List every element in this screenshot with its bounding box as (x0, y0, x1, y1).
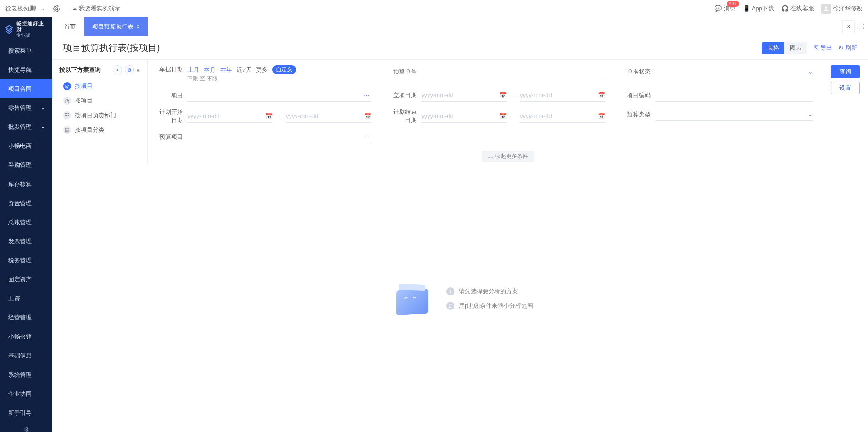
quick-last7[interactable]: 近7天 (237, 66, 252, 74)
sidebar-item-14[interactable]: 经营管理 (0, 308, 52, 327)
chevron-down-icon: ⌄ (808, 69, 813, 75)
budget-type-select[interactable]: ⌄ (655, 108, 813, 121)
sidebar-item-7[interactable]: 库存核算 (0, 175, 52, 194)
cloud-icon: ☁ (71, 5, 77, 12)
scheme-item-1[interactable]: ◔按项目 (56, 93, 143, 108)
refresh-icon: ↻ (838, 44, 843, 51)
scheme-settings-button[interactable]: ⚙ (125, 65, 134, 74)
empty-illustration (387, 276, 437, 321)
bill-status-select[interactable]: ⌄ (655, 65, 813, 78)
quick-this-year[interactable]: 本年 (220, 66, 232, 74)
tab-budget-execution[interactable]: 项目预算执行表 × (84, 17, 148, 36)
sidebar: 畅捷通好业财 专业版 搜索菜单快捷导航项目合同零售管理▾批发管理▾小畅电商采购管… (0, 17, 52, 432)
scheme-item-2[interactable]: ☷按项目负责部门 (56, 108, 143, 123)
settings-button[interactable]: 设置 (831, 82, 860, 94)
chat-icon: 💬 (715, 5, 722, 12)
date-range-display: 不限 至 不限 (187, 75, 296, 83)
collapse-filters-button[interactable]: ︽ 收起更多条件 (482, 151, 534, 162)
view-chart-button[interactable]: 图表 (784, 42, 807, 54)
sidebar-item-8[interactable]: 资金管理 (0, 194, 52, 213)
view-table-button[interactable]: 表格 (762, 42, 784, 54)
add-scheme-button[interactable]: + (113, 65, 122, 74)
sidebar-item-13[interactable]: 工资 (0, 289, 52, 308)
plan-end-from[interactable] (421, 113, 498, 119)
fullscreen-icon[interactable]: ⛶ (858, 23, 864, 30)
messages-button[interactable]: 💬 消息 99+ (715, 5, 735, 13)
setup-date-to[interactable] (520, 92, 596, 98)
calendar-icon[interactable]: 📅 (364, 113, 371, 119)
org-selector[interactable]: 徐老板勿删! ⌄ (5, 5, 45, 13)
quick-last-month[interactable]: 上月 (187, 66, 199, 74)
avatar-icon (821, 4, 831, 14)
plan-start-to[interactable] (286, 113, 362, 119)
sidebar-settings-icon[interactable]: ⚙ (0, 422, 52, 432)
budget-item-input[interactable] (187, 133, 360, 140)
calendar-icon[interactable]: 📅 (598, 92, 605, 98)
sidebar-item-15[interactable]: 小畅报销 (0, 327, 52, 346)
sidebar-item-1[interactable]: 快捷导航 (0, 60, 52, 79)
calendar-icon[interactable]: 📅 (499, 113, 507, 119)
sidebar-item-5[interactable]: 小畅电商 (0, 137, 52, 156)
user-menu[interactable]: 徐泽华修改 (821, 4, 863, 14)
bill-status-label: 单据状态 (623, 68, 655, 76)
calendar-icon[interactable]: 📅 (598, 113, 605, 119)
sidebar-item-10[interactable]: 发票管理 (0, 232, 52, 251)
scheme-icon: ▤ (63, 126, 71, 134)
sidebar-item-6[interactable]: 采购管理 (0, 156, 52, 175)
quick-custom[interactable]: 自定义 (272, 65, 296, 74)
sidebar-item-11[interactable]: 税务管理 (0, 251, 52, 270)
scheme-icon: ◎ (63, 82, 71, 90)
app-download-button[interactable]: 📱 App下载 (743, 5, 774, 13)
scheme-panel: 按以下方案查询 + ⚙ « ◎按项目◔按项目☷按项目负责部门▤按项目分类 (52, 60, 148, 165)
sidebar-item-19[interactable]: 新手引导 (0, 403, 52, 422)
demo-link[interactable]: ☁ 我要看实例演示 (71, 5, 120, 13)
support-button[interactable]: 🎧 在线客服 (781, 5, 814, 13)
brand-logo-icon (5, 25, 14, 34)
chevron-up-icon: ︽ (488, 152, 493, 160)
scheme-icon: ◔ (63, 97, 71, 105)
close-tabs-icon[interactable]: ✕ (842, 20, 855, 33)
calendar-icon[interactable]: 📅 (266, 113, 273, 119)
sidebar-item-9[interactable]: 总账管理 (0, 213, 52, 232)
calendar-icon[interactable]: 📅 (499, 92, 507, 98)
empty-step-1: 请先选择要分析的方案 (459, 287, 518, 295)
top-header: 徐老板勿删! ⌄ ☁ 我要看实例演示 💬 消息 99+ 📱 App下载 🎧 在线… (0, 0, 868, 17)
sidebar-item-18[interactable]: 企业协同 (0, 384, 52, 403)
sidebar-item-2[interactable]: 项目合同 (0, 79, 52, 98)
quick-more[interactable]: 更多 (256, 66, 268, 74)
empty-state: 1请先选择要分析的方案 2用[过滤]条件来缩小分析范围 (52, 165, 868, 432)
plan-start-label: 计划开始日期 (156, 108, 187, 124)
sidebar-item-4[interactable]: 批发管理▾ (0, 118, 52, 137)
tab-home[interactable]: 首页 (56, 17, 84, 36)
sidebar-item-16[interactable]: 基础信息 (0, 346, 52, 365)
scheme-icon: ☷ (63, 111, 71, 119)
export-button[interactable]: ⇱ 导出 (814, 44, 832, 52)
lookup-icon[interactable]: ⋯ (362, 133, 371, 140)
page-title: 项目预算执行表(按项目) (63, 42, 160, 54)
project-code-input[interactable] (655, 92, 813, 98)
sidebar-item-17[interactable]: 系统管理 (0, 365, 52, 384)
org-settings-icon[interactable] (53, 5, 60, 12)
setup-date-from[interactable] (421, 92, 498, 98)
scheme-item-3[interactable]: ▤按项目分类 (56, 123, 143, 137)
page-header: 项目预算执行表(按项目) 表格 图表 ⇱ 导出 ↻ 刷新 (52, 36, 868, 60)
export-icon: ⇱ (814, 44, 819, 51)
plan-end-to[interactable] (520, 113, 596, 119)
query-button[interactable]: 查询 (831, 65, 860, 78)
budget-no-input[interactable] (421, 68, 605, 75)
scheme-item-0[interactable]: ◎按项目 (56, 79, 143, 93)
plan-start-from[interactable] (187, 113, 264, 119)
project-code-label: 项目编码 (623, 91, 655, 99)
empty-step-2: 用[过滤]条件来缩小分析范围 (459, 302, 533, 310)
chevron-down-icon: ⌄ (808, 111, 813, 118)
close-icon[interactable]: × (136, 23, 140, 30)
sidebar-item-12[interactable]: 固定资产 (0, 270, 52, 289)
sidebar-item-3[interactable]: 零售管理▾ (0, 98, 52, 118)
view-toggle: 表格 图表 (762, 42, 807, 54)
collapse-scheme-icon[interactable]: « (137, 67, 140, 74)
quick-this-month[interactable]: 本月 (204, 66, 216, 74)
lookup-icon[interactable]: ⋯ (362, 92, 371, 98)
project-input[interactable] (187, 92, 360, 98)
sidebar-item-0[interactable]: 搜索菜单 (0, 41, 52, 60)
refresh-button[interactable]: ↻ 刷新 (838, 44, 857, 52)
